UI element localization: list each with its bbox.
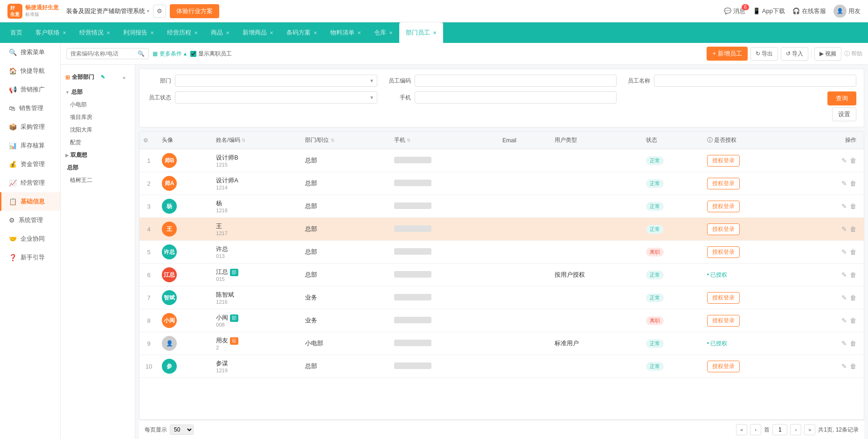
- delete-icon[interactable]: 🗑: [850, 180, 856, 187]
- setting-button[interactable]: 设置: [832, 107, 856, 121]
- first-page-button[interactable]: «: [736, 424, 747, 435]
- dept-item-xiaodianbu[interactable]: 小电部: [61, 98, 135, 111]
- delete-icon[interactable]: 🗑: [850, 294, 856, 301]
- tab-close-department[interactable]: ✕: [433, 30, 437, 35]
- delete-icon[interactable]: 🗑: [850, 202, 856, 210]
- dept-item-shenyang[interactable]: 沈阳大库: [61, 124, 135, 136]
- delete-icon[interactable]: 🗑: [850, 157, 856, 164]
- tab-close-history[interactable]: ✕: [194, 30, 198, 35]
- tab-barcode[interactable]: 条码方案✕: [280, 22, 324, 43]
- col-phone-sort-icon[interactable]: ⇅: [407, 138, 410, 143]
- sidebar-item-finance[interactable]: 💰 资金管理: [0, 155, 60, 174]
- dept-item-zhishuwang[interactable]: 植树王二: [61, 174, 135, 187]
- filter-name-input[interactable]: [654, 75, 856, 87]
- tab-close-profit[interactable]: ✕: [150, 30, 154, 35]
- auth-button[interactable]: 授权登录: [707, 178, 740, 189]
- user-area[interactable]: 👤 用友: [833, 5, 861, 18]
- import-button[interactable]: ↺ 导入: [781, 47, 808, 61]
- edit-icon[interactable]: ✎: [841, 157, 847, 164]
- auth-button[interactable]: 授权登录: [707, 201, 740, 212]
- tab-history[interactable]: 经营历程✕: [160, 22, 204, 43]
- edit-icon[interactable]: ✎: [841, 294, 847, 301]
- sidebar-item-quicknav[interactable]: 🏠 快捷导航: [0, 62, 60, 80]
- tab-close-goods[interactable]: ✕: [226, 30, 229, 35]
- sidebar-item-system[interactable]: ⚙ 系统管理: [0, 211, 60, 230]
- more-filters-button[interactable]: ▦ 更多条件 ▴: [153, 50, 187, 58]
- tab-close-operation[interactable]: ✕: [106, 30, 110, 35]
- search-button[interactable]: 查询: [827, 91, 856, 105]
- auth-button[interactable]: 授权登录: [707, 361, 740, 372]
- message-button[interactable]: 💬 消息 6: [724, 7, 745, 15]
- tab-close-bom[interactable]: ✕: [357, 30, 361, 35]
- tab-bom[interactable]: 物料清单✕: [324, 22, 368, 43]
- delete-icon[interactable]: 🗑: [850, 362, 856, 370]
- search-icon[interactable]: 🔍: [138, 50, 145, 57]
- sidebar-item-inventory[interactable]: 📊 库存核算: [0, 136, 60, 155]
- last-page-button[interactable]: »: [804, 424, 815, 435]
- dept-collapse-icon[interactable]: «: [118, 72, 130, 83]
- edit-icon[interactable]: ✎: [841, 225, 847, 233]
- auth-button[interactable]: 授权登录: [707, 155, 740, 167]
- delete-icon[interactable]: 🗑: [850, 248, 856, 256]
- tab-home[interactable]: 首页: [4, 22, 29, 43]
- tab-customer[interactable]: 客户联络✕: [29, 22, 73, 43]
- app-download-button[interactable]: 📱 App下载: [753, 7, 785, 15]
- delete-icon[interactable]: 🗑: [850, 225, 856, 233]
- tab-close-barcode[interactable]: ✕: [313, 30, 317, 35]
- edit-icon[interactable]: ✎: [841, 362, 847, 370]
- show-resigned-checkbox[interactable]: [190, 51, 196, 57]
- tab-warehouse[interactable]: 仓库✕: [368, 22, 399, 43]
- delete-icon[interactable]: 🗑: [850, 271, 856, 279]
- auth-button[interactable]: 授权登录: [707, 223, 740, 235]
- auth-button[interactable]: 授权登录: [707, 246, 740, 258]
- dept-item-peihuo[interactable]: 配货: [61, 136, 135, 149]
- tab-operation[interactable]: 经营情况✕: [73, 22, 117, 43]
- gear-button[interactable]: ⚙: [153, 5, 166, 18]
- dept-edit-icon[interactable]: ✎: [96, 71, 110, 83]
- edit-icon[interactable]: ✎: [841, 248, 847, 256]
- edit-icon[interactable]: ✎: [841, 180, 847, 187]
- filter-code-input[interactable]: [415, 75, 617, 87]
- dept-group-shuanglu[interactable]: ▶ 双鹿想: [61, 149, 135, 161]
- sidebar-item-sales[interactable]: 🛍 销售管理: [0, 99, 60, 118]
- sidebar-item-enterprise[interactable]: 🤝 企业协同: [0, 230, 60, 248]
- sidebar-item-guide[interactable]: ❓ 新手引导: [0, 248, 60, 267]
- sidebar-item-operation[interactable]: 📈 经营管理: [0, 174, 60, 192]
- auth-button[interactable]: 授权登录: [707, 315, 740, 327]
- filter-phone-input[interactable]: [415, 91, 617, 104]
- add-employee-button[interactable]: + 新增员工: [707, 47, 747, 61]
- next-page-button[interactable]: ›: [790, 424, 801, 435]
- per-page-select[interactable]: 50 100 200: [170, 425, 194, 435]
- col-name-code[interactable]: 姓名/编码 ⇅: [212, 132, 301, 149]
- prev-page-button[interactable]: ‹: [750, 424, 761, 435]
- edit-icon[interactable]: ✎: [841, 271, 847, 279]
- tab-close-warehouse[interactable]: ✕: [389, 30, 393, 35]
- view-button[interactable]: ▶ 视频: [814, 47, 841, 61]
- filter-dept-select[interactable]: ▾: [175, 75, 377, 87]
- col-name-sort-icon[interactable]: ⇅: [242, 138, 245, 143]
- export-button[interactable]: ↻ 导出: [750, 47, 778, 61]
- col-phone[interactable]: 手机 ⇅: [390, 132, 499, 149]
- col-dept-sort-icon[interactable]: ⇅: [331, 138, 334, 143]
- col-dept-position[interactable]: 部门/职位 ⇅: [301, 132, 390, 149]
- page-number-input[interactable]: [772, 424, 787, 435]
- edit-icon[interactable]: ✎: [841, 340, 847, 347]
- dept-item-xiangmukufang[interactable]: 项目库房: [61, 111, 135, 124]
- edit-icon[interactable]: ✎: [841, 317, 847, 324]
- auth-button[interactable]: 授权登录: [707, 292, 740, 304]
- help-button[interactable]: ⓘ 帮助: [844, 50, 862, 58]
- dept-group-zongbu2[interactable]: 总部: [61, 161, 135, 174]
- tab-add-goods[interactable]: 新增商品✕: [236, 22, 280, 43]
- sidebar-item-basic-info[interactable]: 📋 基础信息: [0, 192, 60, 211]
- trial-button[interactable]: 体验行业方案: [170, 4, 219, 18]
- tab-close-customer[interactable]: ✕: [62, 30, 66, 35]
- sidebar-item-search[interactable]: 🔍 搜索菜单: [0, 43, 60, 62]
- sidebar-item-purchase[interactable]: 📦 采购管理: [0, 118, 60, 136]
- filter-status-select[interactable]: ▾: [175, 91, 377, 104]
- sidebar-item-marketing[interactable]: 📢 营销推广: [0, 80, 60, 99]
- dept-group-zongbu[interactable]: ▼ 总部: [61, 86, 135, 98]
- tab-close-add-goods[interactable]: ✕: [270, 30, 273, 35]
- col-settings[interactable]: ⚙: [139, 132, 158, 149]
- tab-department[interactable]: 部门员工✕: [399, 22, 443, 43]
- tab-profit[interactable]: 利润报告✕: [117, 22, 160, 43]
